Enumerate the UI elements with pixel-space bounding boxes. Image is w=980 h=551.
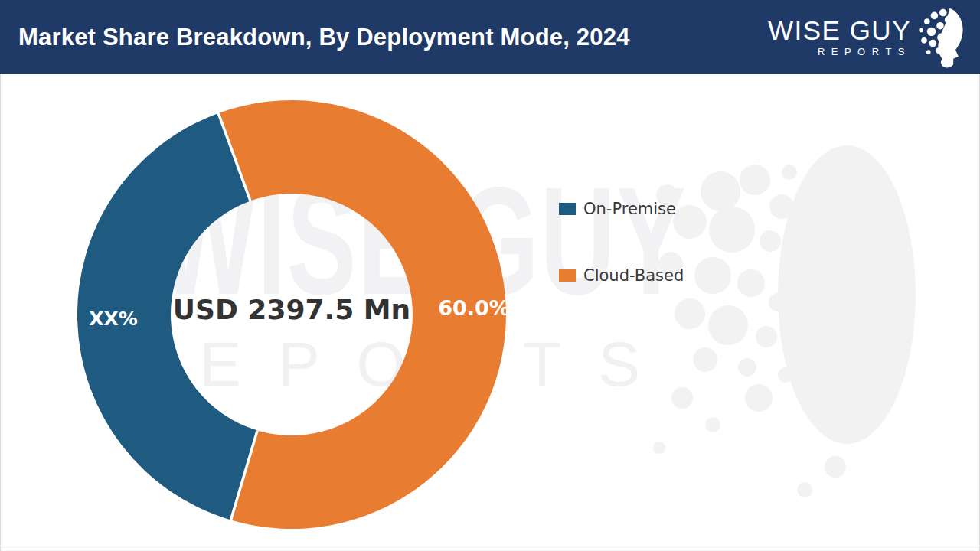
footer-strip xyxy=(0,546,980,551)
logo-face-icon xyxy=(916,5,965,70)
legend-swatch-on-premise xyxy=(559,203,576,215)
watermark-face xyxy=(644,145,927,528)
legend-item-cloud-based: Cloud-Based xyxy=(559,266,684,285)
wiseguy-logo: WISE GUY REPORTS xyxy=(768,5,965,70)
legend-label-on-premise: On-Premise xyxy=(583,200,676,218)
header-bar: Market Share Breakdown, By Deployment Mo… xyxy=(0,0,980,74)
chart-area: WISE GUY REPORTS USD 2397.5 Mn XX xyxy=(0,74,980,546)
page: Market Share Breakdown, By Deployment Mo… xyxy=(0,0,980,551)
page-title: Market Share Breakdown, By Deployment Mo… xyxy=(18,24,630,51)
legend-label-cloud-based: Cloud-Based xyxy=(583,266,684,285)
on-premise-share-label: XX% xyxy=(80,308,146,330)
legend-item-on-premise: On-Premise xyxy=(559,200,676,218)
cloud-based-share-label: 60.0% xyxy=(437,296,511,320)
legend-swatch-cloud-based xyxy=(559,269,576,282)
logo-wordmark: WISE GUY xyxy=(768,17,911,45)
logo-subtext: REPORTS xyxy=(768,46,911,57)
